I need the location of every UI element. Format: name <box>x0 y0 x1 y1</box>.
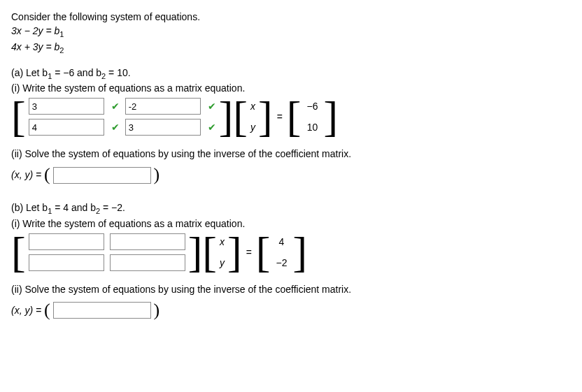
matrix-b11-input[interactable] <box>29 233 104 250</box>
check-icon: ✔ <box>111 122 120 133</box>
rhs-vector: −6 10 <box>304 99 320 134</box>
part-b-i-label: (i) Write the system of equations as a m… <box>11 218 571 229</box>
part-b-matrix-equation: [ ] [ x y ] = [ 4 −2 ] <box>11 233 571 271</box>
part-a-label: (a) Let b1 = −6 and b2 = 10. <box>11 67 571 80</box>
check-icon: ✔ <box>111 101 120 112</box>
equals-sign: = <box>246 247 252 258</box>
bracket-left-icon: [ <box>256 237 271 268</box>
part-b-ii-label: (ii) Solve the system of equations by us… <box>11 284 571 295</box>
part-a-xy-answer: (x, y) = ( ) <box>11 162 571 184</box>
equals-sign: = <box>277 111 283 122</box>
bracket-left-icon: [ <box>287 101 301 132</box>
xy-vector: x y <box>250 99 255 134</box>
matrix-a11-input[interactable] <box>29 98 104 115</box>
part-b-xy-answer: (x, y) = ( ) <box>11 298 571 319</box>
matrix-a12-input[interactable] <box>125 98 201 115</box>
bracket-left-icon: [ <box>202 237 217 268</box>
equation-2: 4x + 3y = b2 <box>11 41 571 55</box>
paren-left-icon: ( <box>44 300 50 320</box>
matrix-a22-input[interactable] <box>125 119 201 136</box>
matrix-b12-input[interactable] <box>110 233 185 250</box>
paren-right-icon: ) <box>154 300 160 320</box>
check-icon: ✔ <box>208 101 216 112</box>
equation-1: 3x − 2y = b1 <box>11 25 571 38</box>
bracket-left-icon: [ <box>233 101 248 132</box>
part-b-label: (b) Let b1 = 4 and b2 = −2. <box>11 202 571 215</box>
bracket-left-icon: [ <box>11 237 26 268</box>
xy-answer-input[interactable] <box>53 167 151 184</box>
xy-vector: x y <box>220 235 225 270</box>
bracket-right-icon: ] <box>323 101 338 132</box>
bracket-left-icon: [ <box>11 101 26 132</box>
check-icon: ✔ <box>208 122 216 133</box>
rhs-vector: 4 −2 <box>273 235 290 270</box>
paren-left-icon: ( <box>44 164 50 184</box>
xy-answer-input[interactable] <box>53 302 151 319</box>
bracket-right-icon: ] <box>258 101 273 132</box>
matrix-b21-input[interactable] <box>29 254 104 271</box>
matrix-a21-input[interactable] <box>29 119 104 136</box>
bracket-right-icon: ] <box>227 237 242 268</box>
paren-right-icon: ) <box>154 164 160 184</box>
bracket-right-icon: ] <box>219 101 234 132</box>
matrix-b22-input[interactable] <box>110 254 185 271</box>
intro-text: Consider the following system of equatio… <box>11 11 571 22</box>
part-a-i-label: (i) Write the system of equations as a m… <box>11 82 571 94</box>
bracket-right-icon: ] <box>188 237 203 268</box>
part-a-ii-label: (ii) Solve the system of equations by us… <box>11 148 571 159</box>
part-a-matrix-equation: [ ✔ ✔ ✔ ✔ ] [ x y ] = [ −6 10 ] <box>11 98 571 136</box>
bracket-right-icon: ] <box>292 237 307 268</box>
